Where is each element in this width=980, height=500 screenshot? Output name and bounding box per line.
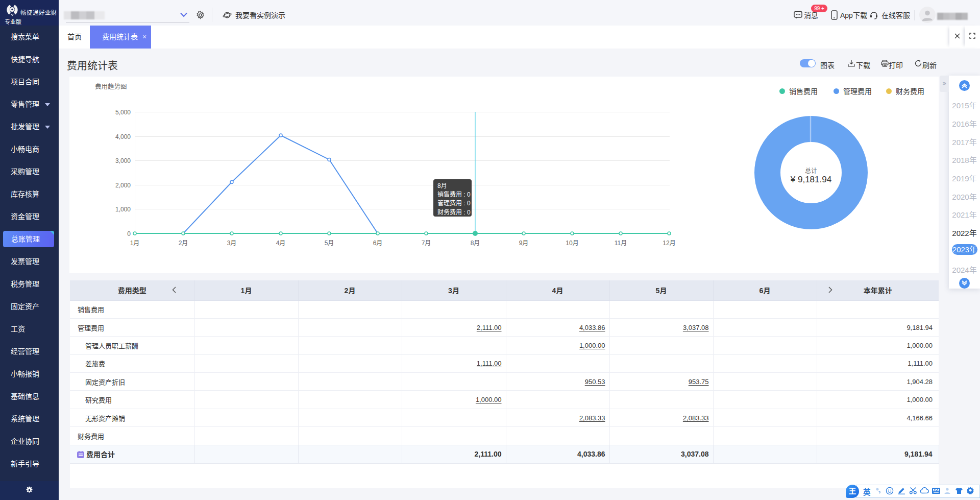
svg-text:2月: 2月 xyxy=(179,240,188,247)
svg-text:0: 0 xyxy=(127,230,131,237)
svg-text:12月: 12月 xyxy=(663,240,675,247)
svg-text:9月: 9月 xyxy=(519,240,529,247)
svg-text:3,000: 3,000 xyxy=(115,157,131,164)
svg-text:10月: 10月 xyxy=(566,240,578,247)
svg-text:2,000: 2,000 xyxy=(115,182,131,189)
svg-text:4,000: 4,000 xyxy=(115,133,131,140)
svg-text:7月: 7月 xyxy=(422,240,431,247)
svg-text:5,000: 5,000 xyxy=(115,109,131,116)
svg-text:1,000: 1,000 xyxy=(115,206,131,213)
svg-text:8月: 8月 xyxy=(471,240,480,247)
svg-text:1月: 1月 xyxy=(130,240,140,247)
svg-text:5月: 5月 xyxy=(325,240,334,247)
svg-text:11月: 11月 xyxy=(615,240,627,247)
svg-text:4月: 4月 xyxy=(276,240,286,247)
svg-text:6月: 6月 xyxy=(373,240,383,247)
svg-text:3月: 3月 xyxy=(227,240,237,247)
